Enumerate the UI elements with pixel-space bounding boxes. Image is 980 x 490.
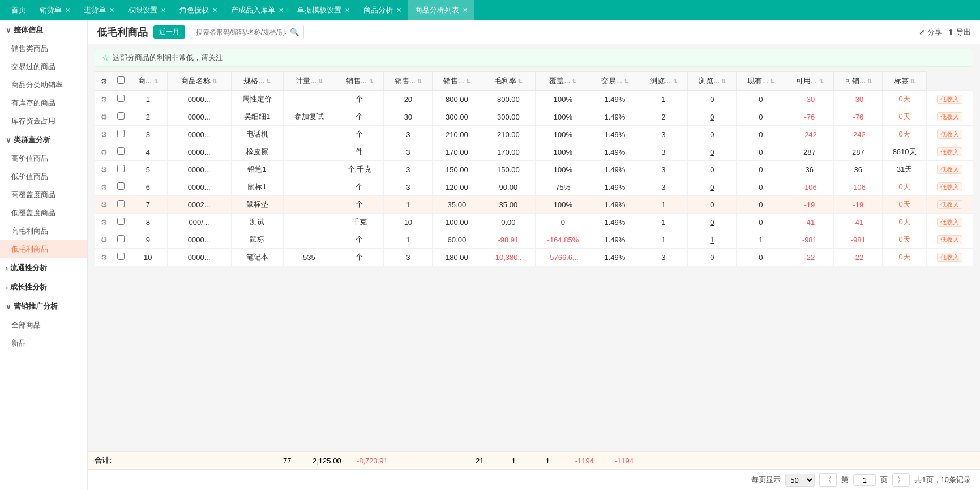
row-checkbox[interactable]	[113, 214, 129, 231]
sidebar-item-stock-capital[interactable]: 库存资金占用	[0, 112, 87, 130]
sidebar-item-high-coverage[interactable]: 高覆盖度商品	[0, 186, 87, 204]
nav-product-in[interactable]: 产成品入库单 ✕	[224, 0, 290, 20]
row-available: -106	[834, 178, 883, 196]
sidebar-group-cluster[interactable]: ∨ 类群童分析	[0, 130, 87, 150]
nav-analysis-close[interactable]: ✕	[396, 7, 401, 14]
sidebar-group-overview[interactable]: ∨ 整体信息	[0, 20, 87, 40]
row-checkbox[interactable]	[113, 143, 129, 161]
row-view1[interactable]: 0	[688, 249, 737, 266]
per-page-select[interactable]: 50 20 100	[785, 474, 815, 487]
nav-product-in-close[interactable]: ✕	[279, 7, 284, 14]
sidebar-item-stock-goods[interactable]: 有库存的商品	[0, 94, 87, 112]
row-gear[interactable]: ⚙	[95, 231, 113, 249]
th-code[interactable]: 商...⇅	[129, 72, 168, 91]
th-view2[interactable]: 浏览...⇅	[688, 72, 737, 91]
row-gear[interactable]: ⚙	[95, 196, 113, 214]
search-box[interactable]: 🔍	[191, 25, 304, 39]
row-checkbox[interactable]	[113, 108, 129, 126]
sidebar-item-high-margin[interactable]: 高毛利商品	[0, 222, 87, 240]
row-view1[interactable]: 0	[688, 178, 737, 196]
nav-template-close[interactable]: ✕	[345, 7, 350, 14]
row-checkbox[interactable]	[113, 231, 129, 249]
sidebar-item-low-margin[interactable]: 低毛利商品	[0, 240, 87, 258]
nav-role[interactable]: 角色授权 ✕	[173, 0, 224, 20]
row-checkbox[interactable]	[113, 126, 129, 143]
nav-permissions[interactable]: 权限设置 ✕	[121, 0, 173, 20]
nav-sales-close[interactable]: ✕	[65, 7, 70, 14]
sidebar-item-new-goods[interactable]: 新品	[0, 334, 87, 352]
nav-home[interactable]: 首页	[5, 0, 33, 20]
next-page-button[interactable]: 〉	[892, 473, 910, 487]
sidebar-item-low-coverage[interactable]: 低覆盖度商品	[0, 204, 87, 222]
row-gear[interactable]: ⚙	[95, 161, 113, 178]
nav-purchase[interactable]: 进货单 ✕	[77, 0, 121, 20]
table-footer: 合计: 77 2,125.00 -8,723.91 21 1 1 -1194	[88, 451, 980, 469]
nav-permissions-close[interactable]: ✕	[161, 7, 166, 14]
row-view1[interactable]: 0	[688, 108, 737, 126]
sidebar-group-marketing[interactable]: ∨ 营销推广分析	[0, 297, 87, 316]
select-all-checkbox[interactable]	[117, 76, 125, 84]
row-gear[interactable]: ⚙	[95, 143, 113, 161]
th-sales-qty[interactable]: 销售...⇅	[335, 72, 384, 91]
row-gear[interactable]: ⚙	[95, 249, 113, 266]
sidebar-group-growth[interactable]: › 成长性分析	[0, 278, 87, 297]
th-unit[interactable]: 计量...⇅	[283, 72, 335, 91]
th-coverage[interactable]: 覆盖...⇅	[536, 72, 590, 91]
nav-purchase-close[interactable]: ✕	[109, 7, 114, 14]
nav-analysis[interactable]: 商品分析 ✕	[357, 0, 408, 20]
export-button[interactable]: ⬆ 导出	[948, 27, 971, 37]
th-sales-amount[interactable]: 销售...⇅	[384, 72, 433, 91]
sidebar-item-all-goods[interactable]: 全部商品	[0, 316, 87, 334]
row-sales-qty: 3	[384, 161, 433, 178]
sidebar-group-liquidity[interactable]: › 流通性分析	[0, 258, 87, 278]
row-view1[interactable]: 0	[688, 214, 737, 231]
th-checkbox[interactable]	[113, 72, 129, 91]
row-checkbox[interactable]	[113, 91, 129, 108]
th-trade[interactable]: 交易...⇅	[590, 72, 639, 91]
row-checkbox[interactable]	[113, 178, 129, 196]
date-filter-button[interactable]: 近一月	[153, 25, 185, 39]
share-button[interactable]: ⤢ 分享	[919, 27, 942, 37]
row-view1[interactable]: 1	[688, 231, 737, 249]
row-gear[interactable]: ⚙	[95, 178, 113, 196]
prev-page-button[interactable]: 〈	[819, 473, 837, 487]
row-checkbox[interactable]	[113, 161, 129, 178]
th-view1[interactable]: 浏览...⇅	[639, 72, 688, 91]
row-view1[interactable]: 0	[688, 161, 737, 178]
sidebar-item-low-value[interactable]: 低价值商品	[0, 168, 87, 186]
sidebar-item-high-value[interactable]: 高价值商品	[0, 150, 87, 168]
row-code: 0000...	[167, 108, 231, 126]
th-sales-profit[interactable]: 销售...⇅	[433, 72, 481, 91]
nav-role-close[interactable]: ✕	[212, 7, 217, 14]
th-gear[interactable]: ⚙	[95, 72, 113, 91]
nav-template[interactable]: 单据模板设置 ✕	[290, 0, 357, 20]
arrow-icon-2: ∨	[6, 136, 11, 144]
row-view1[interactable]: 0	[688, 143, 737, 161]
nav-analysis-list[interactable]: 商品分析列表 ✕	[408, 0, 474, 20]
row-gear[interactable]: ⚙	[95, 126, 113, 143]
nav-analysis-list-close[interactable]: ✕	[463, 7, 468, 14]
th-spec[interactable]: 规格...⇅	[231, 72, 283, 91]
sidebar-item-sales-goods[interactable]: 销售类商品	[0, 40, 87, 58]
sidebar-item-traded-goods[interactable]: 交易过的商品	[0, 58, 87, 76]
nav-sales[interactable]: 销货单 ✕	[33, 0, 77, 20]
row-view1[interactable]: 0	[688, 126, 737, 143]
th-name[interactable]: 商品名称⇅	[167, 72, 231, 91]
row-gear[interactable]: ⚙	[95, 91, 113, 108]
page-number-input[interactable]	[853, 474, 876, 486]
row-gear[interactable]: ⚙	[95, 214, 113, 231]
row-gear[interactable]: ⚙	[95, 108, 113, 126]
sidebar-item-category-rate[interactable]: 商品分类助销率	[0, 76, 87, 94]
row-view1[interactable]: 0	[688, 91, 737, 108]
th-margin[interactable]: 毛利率⇅	[481, 72, 536, 91]
search-input[interactable]	[196, 28, 286, 36]
th-current-stock[interactable]: 现有...⇅	[737, 72, 785, 91]
row-checkbox[interactable]	[113, 249, 129, 266]
row-sales-profit: 210.00	[481, 126, 536, 143]
th-available[interactable]: 可用...⇅	[785, 72, 834, 91]
th-tag[interactable]: 标签⇅	[883, 72, 927, 91]
row-checkbox[interactable]	[113, 196, 129, 214]
th-sellable[interactable]: 可销...⇅	[834, 72, 883, 91]
row-margin: 100%	[536, 161, 590, 178]
row-view1[interactable]: 0	[688, 196, 737, 214]
